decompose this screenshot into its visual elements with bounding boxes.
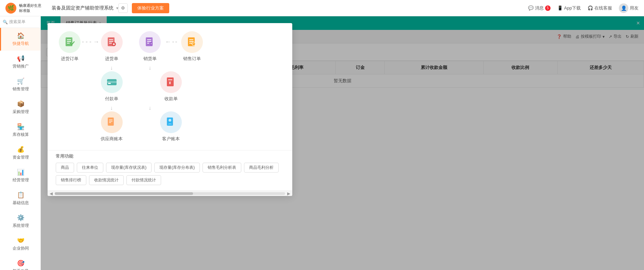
sidebar-item-operation[interactable]: 📊 经营管理 (0, 164, 40, 187)
logo-text: 畅康通好生意 标准版 (19, 3, 41, 13)
flow-diagram-area: 进货订单 - - - → 进货单 ↓ (48, 23, 292, 150)
message-badge: 5 (545, 5, 551, 11)
arrow-right-icon: - - - → (81, 38, 101, 46)
customer-ledger-label: 客户账本 (162, 136, 180, 142)
customer-ledger-icon (160, 111, 182, 133)
func-btn-product-profit[interactable]: 商品毛利分析 (244, 163, 279, 173)
func-btn-stock-status[interactable]: 现存量(库存状况表) (106, 163, 152, 173)
func-btn-sales-rank[interactable]: 销售排行榜 (56, 175, 86, 185)
func-btn-product[interactable]: 商品 (56, 163, 74, 173)
user-avatar: 👤 (619, 3, 628, 13)
modal-overlay: 进货订单 - - - → 进货单 ↓ (41, 16, 644, 270)
sidebar-item-label: 新手引导 (13, 268, 29, 270)
purchase-order-label: 进货订单 (61, 56, 79, 62)
svg-point-36 (169, 119, 171, 122)
sidebar-item-inventory[interactable]: 🏪 库存核算 (0, 119, 40, 142)
user-name: 用友 (630, 5, 639, 11)
svg-rect-15 (108, 118, 113, 126)
search-label: 搜索菜单 (9, 19, 25, 25)
user-area[interactable]: 👤 用友 (619, 3, 639, 13)
sidebar-item-label: 资金管理 (13, 155, 29, 160)
sidebar-item-marketing[interactable]: 📢 营销推广 (0, 51, 40, 73)
enterprise-icon: 🤝 (17, 237, 24, 244)
system-icon: ⚙️ (17, 214, 24, 221)
func-btn-stock-dist[interactable]: 现存量(库存分布表) (154, 163, 200, 173)
app-download-button[interactable]: 📱 App下载 (557, 5, 581, 11)
svg-rect-13 (108, 83, 111, 84)
search-icon: 🔍 (3, 20, 8, 24)
sales-order-label: 销售订单 (183, 56, 201, 62)
flow-node-purchase-order[interactable]: 进货订单 (59, 31, 81, 62)
marketing-icon: 📢 (17, 55, 24, 62)
purchase-bill-label: 进货单 (105, 56, 118, 62)
headset-icon: 🎧 (588, 5, 593, 11)
sidebar-item-enterprise[interactable]: 🤝 企业协同 (0, 233, 40, 255)
purchase-icon: 📦 (17, 100, 24, 108)
sales-icon: 🛒 (17, 77, 24, 85)
sidebar-item-newbie[interactable]: 🎯 新手引导 (0, 255, 40, 270)
logo-area: 🌿 畅康通好生意 标准版 (5, 3, 46, 14)
purchase-order-icon (59, 31, 81, 53)
sidebar: 🔍 搜索菜单 🏠 快捷导航 📢 营销推广 🛒 销售管理 📦 采购管理 🏪 库存核… (0, 16, 41, 270)
top-header: 🌿 畅康通好生意 标准版 装备及固定资产辅助管理系统 ▾ ⚙ 体验行业方案 💬 … (0, 0, 644, 16)
scrollbar-track[interactable] (55, 192, 285, 195)
func-btn-counterpart[interactable]: 往来单位 (77, 163, 103, 173)
supplier-ledger-label: 供应商账本 (101, 136, 123, 142)
scroll-right-icon[interactable]: ▶ (286, 191, 291, 196)
system-title: 装备及固定资产辅助管理系统 (52, 5, 114, 11)
message-icon: 💬 (528, 5, 534, 11)
svg-rect-12 (107, 81, 117, 83)
sidebar-item-basic-info[interactable]: 📋 基础信息 (0, 187, 40, 210)
sidebar-item-label: 快捷导航 (13, 41, 29, 47)
sidebar-item-label: 系统管理 (13, 223, 29, 229)
scroll-left-icon[interactable]: ◀ (49, 191, 53, 196)
sidebar-item-label: 采购管理 (13, 109, 29, 115)
newbie-icon: 🎯 (17, 259, 24, 267)
sidebar-search[interactable]: 🔍 搜索菜单 (0, 16, 40, 28)
experience-button[interactable]: 体验行业方案 (132, 3, 169, 13)
sales-bill-label: 销货单 (143, 56, 157, 62)
sidebar-item-quick-nav[interactable]: 🏠 快捷导航 (0, 28, 40, 51)
flow-node-purchase-bill[interactable]: 进货单 (101, 31, 123, 62)
arrow-down-icon: ↓ (149, 65, 151, 71)
operation-icon: 📊 (17, 168, 24, 176)
flow-node-supplier-ledger[interactable]: 供应商账本 (101, 111, 123, 142)
sidebar-item-finance[interactable]: 💰 资金管理 (0, 142, 40, 164)
sidebar-item-sales[interactable]: 🛒 销售管理 (0, 73, 40, 96)
inventory-icon: 🏪 (17, 123, 24, 130)
receipt-label: 收款单 (164, 96, 178, 102)
func-btn-payment-stats[interactable]: 付款情况统计 (126, 175, 161, 185)
sales-bill-icon (139, 31, 161, 53)
arrow-down-icon: ↓ (110, 65, 113, 71)
sidebar-item-label: 营销推广 (13, 64, 29, 69)
scrollbar-thumb[interactable] (55, 192, 193, 195)
horizontal-scrollbar[interactable]: ◀ ▶ (48, 191, 292, 196)
func-btn-sales-profit[interactable]: 销售毛利分析表 (203, 163, 241, 173)
logo-icon: 🌿 (5, 3, 16, 14)
sidebar-item-label: 企业协同 (13, 246, 29, 251)
flow-node-receipt[interactable]: ¥ 收款单 (160, 71, 182, 102)
sidebar-item-label: 基础信息 (13, 200, 29, 206)
settings-gear-button[interactable]: ⚙ (118, 3, 128, 13)
flow-node-sales-bill[interactable]: 销货单 (139, 31, 161, 62)
system-title-area: 装备及固定资产辅助管理系统 ▾ (52, 5, 118, 11)
sidebar-item-system[interactable]: ⚙️ 系统管理 (0, 210, 40, 233)
basic-info-icon: 📋 (17, 191, 24, 199)
sidebar-item-label: 库存核算 (13, 132, 29, 138)
svg-text:¥: ¥ (169, 81, 171, 85)
purchase-bill-icon (101, 31, 123, 53)
message-button[interactable]: 💬 消息 5 (528, 5, 551, 11)
online-service-button[interactable]: 🎧 在线客服 (588, 5, 612, 11)
flow-node-sales-order[interactable]: 销售订单 (181, 31, 203, 62)
flow-node-customer-ledger[interactable]: 客户账本 (160, 111, 182, 142)
flow-node-payment[interactable]: 付款单 (101, 71, 123, 102)
home-icon: 🏠 (17, 32, 24, 39)
arrow-down-icon: ↓ (149, 105, 151, 111)
payment-icon (101, 71, 123, 93)
func-btn-receipt-stats[interactable]: 收款情况统计 (89, 175, 124, 185)
arrow-down-icon: ↓ (110, 105, 113, 111)
sidebar-item-purchase[interactable]: 📦 采购管理 (0, 96, 40, 119)
supplier-ledger-icon (101, 111, 123, 133)
arrow-left-dashed-icon: ← - - (161, 38, 181, 46)
payment-label: 付款单 (105, 96, 118, 102)
